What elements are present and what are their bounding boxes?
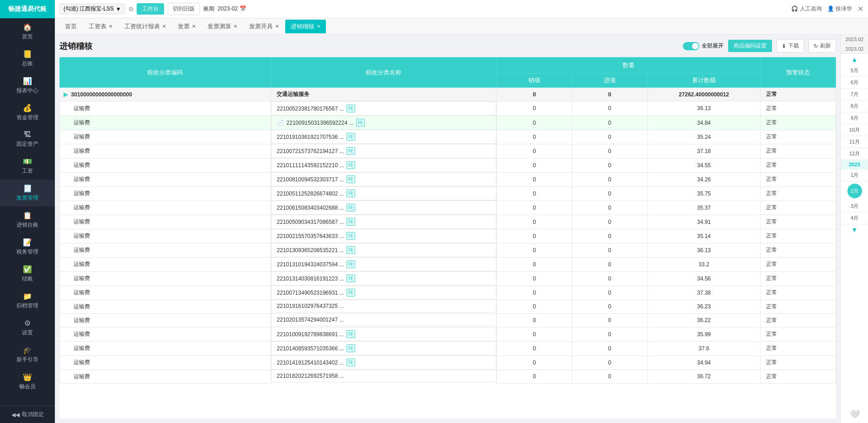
row-purchase: 0 <box>572 257 647 271</box>
tab-invoice-close[interactable]: ✕ <box>192 24 196 29</box>
sidebar-unpin-button[interactable]: ◀◀ 取消固定 <box>0 406 55 423</box>
sidebar-item-ledger[interactable]: 📒 总账 <box>0 45 55 72</box>
sidebar-item-invoice-mgmt[interactable]: 🧾 发票管理 <box>0 180 55 206</box>
switch-button[interactable]: 切到旧版 <box>168 3 200 15</box>
page-header: 进销稽核 全部展开 商品编码设置 ⬇ 下载 ↻ 刷新 <box>59 39 836 53</box>
month-item-2-2023[interactable]: 2月 <box>847 184 862 198</box>
sidebar-item-label: 结账 <box>22 275 33 283</box>
table-row: 运输费 22101408593571035366 ... 吨 0 0 37.6 … <box>60 341 836 355</box>
sidebar-item-home[interactable]: 🏠 首页 <box>0 18 55 45</box>
copy-icon[interactable]: ⧉ <box>129 5 133 13</box>
scroll-up-button[interactable]: ▲ <box>841 54 868 65</box>
commodity-setting-button[interactable]: 商品编码设置 <box>728 40 772 52</box>
row-purchase: 0 <box>572 101 647 116</box>
row-total: 35.99 <box>647 327 760 341</box>
heart-icon[interactable]: 🤍 <box>850 406 860 423</box>
row-invoice: 22100511252826674802 ... 吨 <box>271 186 497 201</box>
support-button[interactable]: 🎧 人工咨询 <box>791 5 821 13</box>
month-item-1-2023[interactable]: 1月 <box>841 169 868 181</box>
tab-payroll-stat[interactable]: 工资统计报表 ✕ <box>119 20 171 33</box>
col-header-status: 预警状态 <box>761 58 836 88</box>
tab-invoice[interactable]: 发票 ✕ <box>172 20 201 33</box>
download-button[interactable]: ⬇ 下载 <box>777 39 804 53</box>
row-status: 正常 <box>761 130 836 144</box>
workbench-button[interactable]: 工作台 <box>137 3 164 15</box>
sidebar-item-archive[interactable]: 📁 归档管理 <box>0 287 55 314</box>
month-item-11[interactable]: 11月 <box>841 136 868 148</box>
tab-payroll-stat-close[interactable]: ✕ <box>162 24 166 29</box>
tab-reconcile[interactable]: 进销稽核 ✕ <box>285 20 326 33</box>
scroll-down-button[interactable]: ▼ <box>841 224 868 235</box>
month-item-3-2023[interactable]: 3月 <box>841 201 868 212</box>
row-sales: 0 <box>497 257 572 271</box>
company-selector[interactable]: (勾巡) 江西报宝-LSS ▼ <box>59 4 125 14</box>
row-purchase: 0 <box>572 144 647 158</box>
tag-badge: 吨 <box>346 175 355 183</box>
sidebar-item-label: 新手引导 <box>16 356 38 364</box>
row-invoice: 22101309365208535221 ... 吨 <box>271 243 497 257</box>
month-item-9[interactable]: 9月 <box>841 112 868 124</box>
tab-invoice-calc-close[interactable]: ✕ <box>234 24 237 29</box>
sidebar-item-report[interactable]: 📊 报表中心 <box>0 72 55 99</box>
row-total: 36.13 <box>647 101 760 116</box>
headset-icon: 🎧 <box>791 5 798 12</box>
sidebar-item-payroll[interactable]: 💵 工资 <box>0 153 55 180</box>
sidebar-item-settings[interactable]: ⚙ 设置 <box>0 314 55 341</box>
sidebar-item-capital[interactable]: 💰 资金管理 <box>0 99 55 126</box>
row-sales: 0 <box>497 355 572 370</box>
month-item-10[interactable]: 10月 <box>841 124 868 136</box>
user-menu[interactable]: 👤 徐泽华 <box>827 5 852 13</box>
settle-icon: ✅ <box>23 265 32 274</box>
tab-invoice-calc[interactable]: 发票测算 ✕ <box>202 20 243 33</box>
top-bar-right: 🎧 人工咨询 👤 徐泽华 ✕ <box>791 5 863 13</box>
sidebar-item-guide[interactable]: 🎓 新手引导 <box>0 341 55 368</box>
sidebar-item-sales-ledger[interactable]: 📋 进销台账 <box>0 206 55 233</box>
month-item-7[interactable]: 7月 <box>841 89 868 100</box>
table-row: 运输费 📄 22100915031396592224 ... 吨 0 0 34.… <box>60 116 836 130</box>
row-invoice: 22101419125410143402 ... 吨 <box>271 355 497 370</box>
row-total: 35.24 <box>647 130 760 144</box>
month-item-6[interactable]: 6月 <box>841 77 868 89</box>
tag-badge: 吨 <box>346 260 355 268</box>
sidebar-item-vip[interactable]: 👑 畅会员 <box>0 368 55 395</box>
tag-badge: 吨 <box>346 289 355 296</box>
row-total: 36.72 <box>647 370 760 383</box>
sidebar-item-assets[interactable]: 🏗 固定资产 <box>0 126 55 153</box>
tab-invoice-open-close[interactable]: ✕ <box>275 24 279 29</box>
sidebar-item-tax[interactable]: 📝 税务管理 <box>0 233 55 260</box>
month-item-12[interactable]: 12月 <box>841 148 868 160</box>
row-invoice: 22100721573762194127 ... 吨 <box>271 144 497 158</box>
tab-invoice-open-label: 发票开具 <box>249 22 273 31</box>
row-purchase: 0 <box>572 116 647 130</box>
sidebar-item-settle[interactable]: ✅ 结账 <box>0 260 55 287</box>
row-sales: 0 <box>497 101 572 116</box>
row-status: 正常 <box>761 286 836 300</box>
row-total: 37.18 <box>647 144 760 158</box>
row-name-child: 运输费 <box>60 144 271 158</box>
tab-invoice-open[interactable]: 发票开具 ✕ <box>244 20 284 33</box>
row-name-child: 运输费 <box>60 370 271 383</box>
close-button[interactable]: ✕ <box>857 5 863 13</box>
row-name-child: 运输费 <box>60 271 271 286</box>
tab-home[interactable]: 首页 <box>59 20 82 33</box>
row-status: 正常 <box>761 229 836 243</box>
refresh-button[interactable]: ↻ 刷新 <box>809 39 836 53</box>
row-sales: 0 <box>497 286 572 300</box>
month-item-5[interactable]: 5月 <box>841 65 868 77</box>
tab-payroll-close[interactable]: ✕ <box>109 24 112 29</box>
col-header-sales: 销项 <box>497 74 572 88</box>
row-purchase: 0 <box>572 327 647 341</box>
calendar-icon[interactable]: 📅 <box>240 5 246 12</box>
row-name-child: 运输费 <box>60 286 271 300</box>
row-purchase: 0 <box>572 172 647 186</box>
month-item-4-2023[interactable]: 4月 <box>841 212 868 224</box>
tab-payroll[interactable]: 工资表 ✕ <box>83 20 118 33</box>
tab-reconcile-close[interactable]: ✕ <box>317 24 320 29</box>
tag-badge: 吨 <box>346 344 355 352</box>
toggle-all-switch[interactable] <box>683 42 699 50</box>
capital-icon: 💰 <box>23 104 32 112</box>
expand-icon[interactable]: ▶ <box>64 91 68 98</box>
row-total: 35.37 <box>647 201 760 215</box>
month-item-8[interactable]: 8月 <box>841 100 868 112</box>
row-sales: 0 <box>497 300 572 313</box>
